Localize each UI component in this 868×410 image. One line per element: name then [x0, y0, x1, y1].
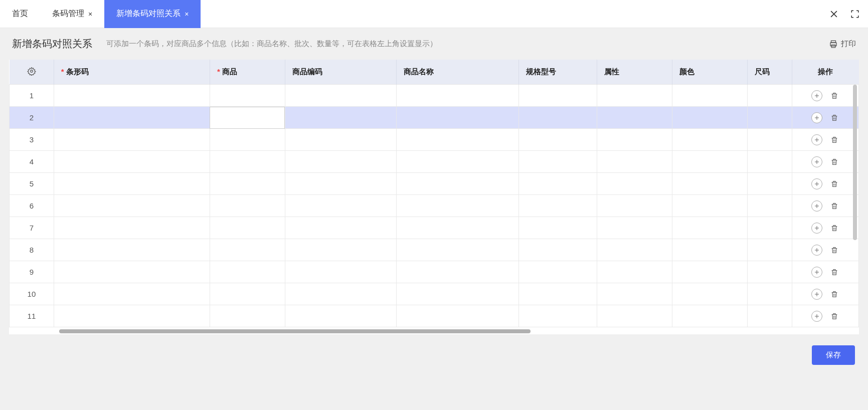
- cell-size[interactable]: [747, 239, 792, 261]
- delete-row-button[interactable]: [829, 245, 839, 255]
- close-icon[interactable]: ×: [88, 10, 92, 18]
- cell-color[interactable]: [672, 283, 747, 305]
- print-button[interactable]: 打印: [829, 39, 856, 49]
- cell-barcode[interactable]: [54, 107, 210, 129]
- cell-name[interactable]: [396, 151, 518, 173]
- cell-name[interactable]: [396, 173, 518, 195]
- table-row[interactable]: 2: [10, 107, 859, 129]
- cell-color[interactable]: [672, 129, 747, 151]
- table-row[interactable]: 11: [10, 305, 859, 327]
- cell-code[interactable]: [285, 173, 396, 195]
- cell-code[interactable]: [285, 217, 396, 239]
- cell-attr[interactable]: [597, 151, 672, 173]
- cell-barcode[interactable]: [54, 195, 210, 217]
- cell-spec[interactable]: [519, 283, 597, 305]
- cell-name[interactable]: [396, 217, 518, 239]
- cell-size[interactable]: [747, 261, 792, 283]
- cell-color[interactable]: [672, 239, 747, 261]
- add-row-button[interactable]: [811, 200, 822, 212]
- delete-row-button[interactable]: [829, 157, 839, 167]
- add-row-button[interactable]: [811, 178, 822, 189]
- cell-size[interactable]: [747, 85, 792, 107]
- add-row-button[interactable]: [811, 156, 822, 167]
- cell-code[interactable]: [285, 151, 396, 173]
- cell-barcode[interactable]: [54, 261, 210, 283]
- cell-barcode[interactable]: [54, 151, 210, 173]
- cell-product[interactable]: [210, 239, 285, 261]
- cell-attr[interactable]: [597, 217, 672, 239]
- cell-size[interactable]: [747, 195, 792, 217]
- vertical-scrollbar[interactable]: [853, 85, 857, 240]
- tab-2[interactable]: 新增条码对照关系×: [104, 0, 201, 28]
- cell-code[interactable]: [285, 195, 396, 217]
- cell-barcode[interactable]: [54, 305, 210, 327]
- cell-code[interactable]: [285, 85, 396, 107]
- table-row[interactable]: 6: [10, 195, 859, 217]
- cell-code[interactable]: [285, 305, 396, 327]
- cell-product[interactable]: [210, 107, 285, 129]
- cell-attr[interactable]: [597, 173, 672, 195]
- cell-product[interactable]: [210, 151, 285, 173]
- cell-size[interactable]: [747, 151, 792, 173]
- cell-barcode[interactable]: [54, 217, 210, 239]
- cell-spec[interactable]: [519, 107, 597, 129]
- cell-color[interactable]: [672, 151, 747, 173]
- delete-row-button[interactable]: [829, 267, 839, 277]
- cell-attr[interactable]: [597, 195, 672, 217]
- cell-name[interactable]: [396, 239, 518, 261]
- cell-name[interactable]: [396, 85, 518, 107]
- cell-name[interactable]: [396, 129, 518, 151]
- cell-attr[interactable]: [597, 305, 672, 327]
- cell-code[interactable]: [285, 129, 396, 151]
- add-row-button[interactable]: [811, 245, 822, 256]
- table-row[interactable]: 9: [10, 261, 859, 283]
- add-row-button[interactable]: [811, 267, 822, 278]
- cell-size[interactable]: [747, 217, 792, 239]
- cell-size[interactable]: [747, 107, 792, 129]
- cell-spec[interactable]: [519, 173, 597, 195]
- cell-size[interactable]: [747, 173, 792, 195]
- delete-row-button[interactable]: [829, 113, 839, 123]
- cell-color[interactable]: [672, 195, 747, 217]
- cell-attr[interactable]: [597, 107, 672, 129]
- cell-product[interactable]: [210, 195, 285, 217]
- delete-row-button[interactable]: [829, 135, 839, 145]
- add-row-button[interactable]: [811, 90, 822, 101]
- cell-size[interactable]: [747, 305, 792, 327]
- cell-spec[interactable]: [519, 195, 597, 217]
- cell-product[interactable]: [210, 217, 285, 239]
- cell-size[interactable]: [747, 129, 792, 151]
- cell-spec[interactable]: [519, 129, 597, 151]
- horizontal-scrollbar[interactable]: [9, 328, 859, 334]
- cell-spec[interactable]: [519, 261, 597, 283]
- cell-color[interactable]: [672, 217, 747, 239]
- cell-name[interactable]: [396, 107, 518, 129]
- delete-row-button[interactable]: [829, 311, 839, 321]
- delete-row-button[interactable]: [829, 201, 839, 211]
- cell-barcode[interactable]: [54, 173, 210, 195]
- column-settings-header[interactable]: [10, 60, 54, 85]
- cell-product[interactable]: [210, 261, 285, 283]
- cell-product[interactable]: [210, 283, 285, 305]
- add-row-button[interactable]: [811, 223, 822, 234]
- fullscreen-icon[interactable]: [848, 7, 862, 21]
- add-row-button[interactable]: [811, 311, 822, 322]
- cell-barcode[interactable]: [54, 85, 210, 107]
- table-row[interactable]: 5: [10, 173, 859, 195]
- table-row[interactable]: 3: [10, 129, 859, 151]
- table-row[interactable]: 7: [10, 217, 859, 239]
- save-button[interactable]: 保存: [812, 345, 855, 365]
- cell-attr[interactable]: [597, 239, 672, 261]
- cell-code[interactable]: [285, 239, 396, 261]
- cell-color[interactable]: [672, 85, 747, 107]
- cell-name[interactable]: [396, 195, 518, 217]
- add-row-button[interactable]: [811, 289, 822, 300]
- cell-barcode[interactable]: [54, 283, 210, 305]
- delete-row-button[interactable]: [829, 91, 839, 101]
- cell-barcode[interactable]: [54, 129, 210, 151]
- table-row[interactable]: 1: [10, 85, 859, 107]
- cell-spec[interactable]: [519, 305, 597, 327]
- tab-0[interactable]: 首页: [0, 0, 40, 28]
- cell-product[interactable]: [210, 305, 285, 327]
- cell-barcode[interactable]: [54, 239, 210, 261]
